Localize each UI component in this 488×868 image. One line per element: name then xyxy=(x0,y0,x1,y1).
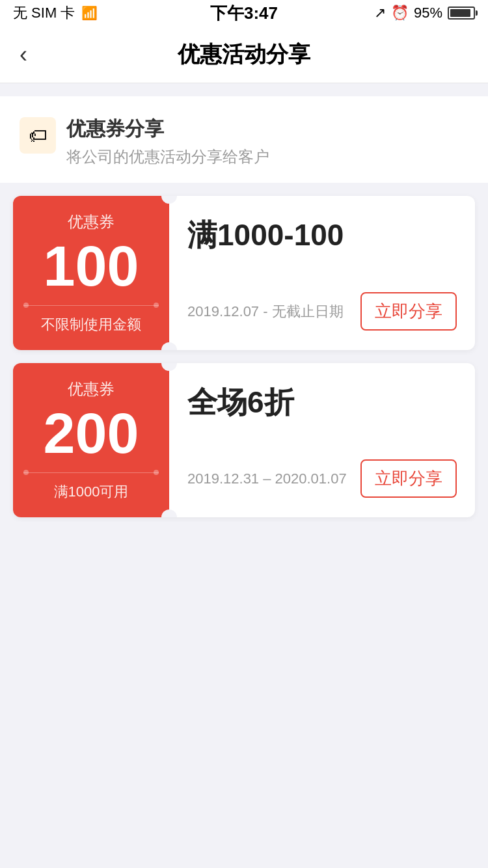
coupon-condition-2: 满1000可用 xyxy=(54,482,129,502)
section-text: 优惠券分享 将公司的优惠活动分享给客户 xyxy=(66,116,269,167)
location-icon: ↗ xyxy=(374,5,386,21)
coupon-bottom-2: 2019.12.31 – 2020.01.07 立即分享 xyxy=(187,459,457,498)
back-button[interactable]: ‹ xyxy=(20,41,27,68)
coupon-left-2: 优惠券 200 满1000可用 xyxy=(13,363,169,517)
coupon-card-1: 优惠券 100 不限制使用金额 满1000-100 2019.12.07 - 无… xyxy=(13,196,475,350)
coupon-name-1: 满1000-100 xyxy=(187,215,457,256)
wifi-icon: 📶 xyxy=(81,5,98,21)
empty-space xyxy=(0,517,488,868)
coupon-card-2: 优惠券 200 满1000可用 全场6折 2019.12.31 – 2020.0… xyxy=(13,363,475,517)
coupon-bottom-1: 2019.12.07 - 无截止日期 立即分享 xyxy=(187,292,457,331)
coupon-left-1: 优惠券 100 不限制使用金额 xyxy=(13,196,169,350)
page-title: 优惠活动分享 xyxy=(178,40,310,70)
coupon-type-2: 优惠券 xyxy=(68,379,115,400)
coupon-list: 优惠券 100 不限制使用金额 满1000-100 2019.12.07 - 无… xyxy=(0,183,488,517)
coupon-type-1: 优惠券 xyxy=(68,211,115,232)
coupon-date-1: 2019.12.07 - 无截止日期 xyxy=(187,302,350,321)
coupon-divider-2 xyxy=(23,472,159,473)
status-bar: 无 SIM 卡 📶 下午3:47 ↗ ⏰ 95% xyxy=(0,0,488,26)
coupon-amount-1: 100 xyxy=(44,237,139,295)
coupon-condition-1: 不限制使用金额 xyxy=(41,315,141,334)
coupon-right-1: 满1000-100 2019.12.07 - 无截止日期 立即分享 xyxy=(169,196,475,350)
section-header: 🏷 优惠券分享 将公司的优惠活动分享给客户 xyxy=(0,96,488,183)
share-button-1[interactable]: 立即分享 xyxy=(360,292,457,331)
carrier-label: 无 SIM 卡 xyxy=(13,3,75,23)
battery-icon xyxy=(448,7,475,20)
section-icon: 🏷 xyxy=(20,117,56,154)
status-right: ↗ ⏰ 95% xyxy=(374,5,475,21)
coupon-icon: 🏷 xyxy=(29,125,47,146)
section-desc: 将公司的优惠活动分享给客户 xyxy=(66,146,269,167)
status-left: 无 SIM 卡 📶 xyxy=(13,3,98,23)
coupon-name-2: 全场6折 xyxy=(187,383,457,423)
coupon-right-2: 全场6折 2019.12.31 – 2020.01.07 立即分享 xyxy=(169,363,475,517)
coupon-date-2: 2019.12.31 – 2020.01.07 xyxy=(187,470,350,487)
coupon-divider-1 xyxy=(23,305,159,306)
nav-bar: ‹ 优惠活动分享 xyxy=(0,26,488,83)
section-title: 优惠券分享 xyxy=(66,116,269,142)
coupon-amount-2: 200 xyxy=(44,405,139,462)
status-time: 下午3:47 xyxy=(210,2,278,25)
alarm-icon: ⏰ xyxy=(391,5,409,21)
battery-percentage: 95% xyxy=(414,5,442,21)
share-button-2[interactable]: 立即分享 xyxy=(360,459,457,498)
